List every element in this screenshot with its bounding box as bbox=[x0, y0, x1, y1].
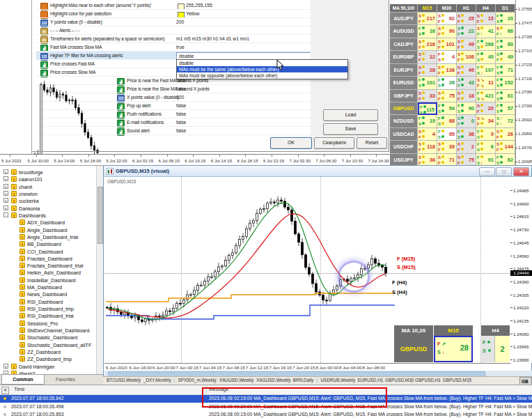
pair-label-GBPJPY[interactable]: GBPJPY bbox=[390, 90, 418, 102]
expand-icon[interactable]: + bbox=[3, 198, 8, 203]
dashboard-cell-CADJPY-M30[interactable]: SF101 bbox=[437, 38, 457, 51]
chart-price-axis[interactable]: 1.24440 1.249851.249001.248151.247301.24… bbox=[510, 177, 532, 363]
pair-label-EURGBP[interactable]: EURGBP bbox=[390, 51, 418, 63]
property-value[interactable]: false bbox=[176, 111, 186, 116]
minimize-button[interactable]: — bbox=[479, 167, 495, 176]
dashboard-cell-USDCHF-M15[interactable]: SF118 bbox=[418, 141, 437, 153]
pair-label-EURJPY[interactable]: EURJPY bbox=[390, 64, 418, 77]
dashboard-cell-CADJPY-M15[interactable]: SF216 bbox=[418, 38, 437, 51]
tab-favorites[interactable]: Favorites bbox=[45, 375, 86, 384]
chart-tab-btcusd-weekly[interactable]: BTCUSD,Weekly bbox=[107, 378, 141, 382]
dashboard-cell-EURJPY-H1[interactable]: SF49 bbox=[457, 64, 476, 77]
expand-icon[interactable]: + bbox=[3, 206, 8, 210]
log-column-time[interactable]: Time bbox=[14, 387, 24, 392]
property-value[interactable]: m1 m5 m15 m30 h1 h4 d1 w1 mn1 bbox=[176, 36, 249, 41]
chart-tab-gbpusd-m30[interactable]: GBPUSD,M30 bbox=[385, 378, 414, 382]
dashboard-cell-CADJPY-H1[interactable]: SF49 bbox=[457, 38, 476, 51]
log-row[interactable]: 2023.07.07 18:00:25.8532023.06.08 00:15:… bbox=[0, 411, 532, 418]
dashboard-cell-EURGBP-M15[interactable]: SF12 bbox=[418, 51, 437, 63]
dashboard-cell-USDCAD-H4[interactable]: FS9 bbox=[476, 128, 496, 141]
property-value[interactable]: 255,255,155 bbox=[186, 3, 212, 8]
property-value[interactable]: 200 bbox=[176, 20, 184, 24]
expand-icon[interactable]: + bbox=[3, 191, 8, 196]
dashboard-cell-NZDUSD-M15[interactable]: FS19 bbox=[418, 115, 437, 127]
dashboard-cell-AUDJPY-H1[interactable]: SF25 bbox=[457, 13, 476, 25]
pair-label-USDCHF[interactable]: USDCHF bbox=[390, 141, 418, 153]
dashboard-cell-USDCHF-H1[interactable]: SF2 bbox=[457, 141, 476, 153]
dashboard-cell-GBPUSD-D1[interactable]: FS57 bbox=[496, 102, 515, 115]
dashboard-cell-GBPUSD-M15[interactable]: FS115 bbox=[418, 102, 437, 115]
dashboard-cell-EURJPY-H4[interactable]: FS↓107 bbox=[476, 64, 496, 77]
dashboard-cell-EURGBP-D1[interactable]: SF49 bbox=[496, 51, 515, 63]
pair-label-AUDJPY[interactable]: AUDJPY bbox=[390, 13, 418, 25]
dashboard-cell-AUDUSD-D1[interactable]: SF↑66 bbox=[496, 25, 515, 38]
chart-tab-gbpusd-h1[interactable]: GBPUSD,H1 bbox=[415, 378, 441, 382]
dashboard-cell-NZDUSD-D1[interactable]: S↑F↑72 bbox=[496, 115, 515, 127]
dashboard-cell-USDCAD-D1[interactable]: SF26 bbox=[496, 128, 515, 141]
dropdown-option[interactable]: disable bbox=[177, 60, 347, 66]
dashboard-cell-AUDJPY-M30[interactable]: SF92 bbox=[437, 13, 457, 25]
tab-common[interactable]: Common bbox=[1, 375, 45, 385]
dashboard-cell-NZDUSD-M30[interactable]: FS88 bbox=[437, 115, 457, 127]
dashboard-cell-EURUSD-H4[interactable]: S↘F↘11 bbox=[476, 77, 496, 89]
dashboard-cell-GBPJPY-M30[interactable]: SF75 bbox=[437, 90, 457, 102]
property-value[interactable]: true bbox=[176, 45, 185, 49]
chart-tab-spx500-m-weekly[interactable]: SPX500_m,Weekly bbox=[178, 378, 217, 382]
dashboard-cell-EURUSD-M15[interactable]: FS101 bbox=[418, 77, 437, 89]
dashboard-cell-EURUSD-H1[interactable]: SF43 bbox=[457, 77, 476, 89]
dashboard-cell-AUDUSD-M15[interactable]: FS16 bbox=[418, 25, 437, 38]
chart-tab--dxy-monthly[interactable]: _DXY,Monthly bbox=[143, 378, 171, 382]
collapse-icon[interactable]: - bbox=[3, 212, 8, 217]
close-icon[interactable]: ✕ bbox=[1, 387, 9, 394]
dashboard-cell-USDCAD-H1[interactable]: FS36 bbox=[457, 128, 476, 141]
expand-icon[interactable]: + bbox=[3, 169, 8, 174]
dashboard-cell-AUDUSD-M30[interactable]: SF90 bbox=[437, 25, 457, 38]
chart-tab-xagusd-weekly[interactable]: XAGUSD,Weekly bbox=[256, 378, 291, 382]
dashboard-cell-NZDUSD-H1[interactable]: SF0 bbox=[457, 115, 476, 127]
ok-button[interactable]: OK bbox=[270, 137, 312, 149]
chart-plot-area[interactable]: GBPUSD,M15 F (M15) S (M15) F (H4) S (H4)… bbox=[104, 177, 511, 363]
dashboard-cell-GBPUSD-H1[interactable]: FS90 bbox=[457, 102, 476, 115]
dashboard-cell-EURJPY-M15[interactable]: SF28 bbox=[418, 64, 437, 77]
expand-icon[interactable]: + bbox=[3, 364, 8, 369]
dashboard-cell-EURJPY-D1[interactable]: FS71 bbox=[496, 64, 515, 77]
dashboard-cell-CADJPY-H4[interactable]: FS266 bbox=[476, 38, 496, 51]
dashboard-cell-AUDJPY-H4[interactable]: SF15 bbox=[476, 13, 496, 25]
property-value[interactable]: 100 bbox=[176, 95, 184, 100]
dashboard-cell-EURJPY-M30[interactable]: SF138 bbox=[437, 64, 457, 77]
property-value[interactable]: Yellow bbox=[186, 11, 199, 16]
property-value[interactable]: false bbox=[176, 86, 186, 91]
dashboard-cell-USDCHF-H4[interactable]: FS6 bbox=[476, 141, 496, 153]
pair-label-EURUSD[interactable]: EURUSD bbox=[390, 77, 418, 89]
property-value[interactable]: false bbox=[176, 120, 186, 125]
dashboard-cell-EURUSD-D1[interactable]: FS152 bbox=[496, 77, 515, 89]
reset-button[interactable]: Reset bbox=[357, 137, 387, 149]
dashboard-cell-GBPJPY-H4[interactable]: FS↘421 bbox=[476, 90, 496, 102]
close-button[interactable]: ✕ bbox=[513, 167, 529, 176]
dashboard-cell-AUDJPY-M15[interactable]: SF217 bbox=[418, 13, 437, 25]
dashboard-cell-USDCHF-D1[interactable]: SF144 bbox=[496, 141, 515, 153]
chart-horizontal-scrollbar[interactable] bbox=[104, 371, 532, 376]
navigator-scrollbar[interactable] bbox=[96, 166, 103, 375]
pair-label-CADJPY[interactable]: CADJPY bbox=[390, 38, 418, 51]
dashboard-cell-AUDJPY-D1[interactable]: FS20 bbox=[496, 13, 515, 25]
dashboard-cell-USDCAD-M15[interactable]: SF4 bbox=[418, 128, 437, 141]
pair-label-NZDUSD[interactable]: NZDUSD bbox=[390, 115, 418, 127]
chart-tab-usdrub-weekly[interactable]: USDRUB,Weekly bbox=[321, 378, 356, 382]
pair-label-GBPUSD[interactable]: GBPUSD bbox=[390, 102, 418, 115]
dashboard-cell-EURUSD-M30[interactable]: FS26 bbox=[437, 77, 457, 89]
dropdown-option[interactable]: MAs must be opposite (above/below each o… bbox=[177, 72, 347, 79]
chart-tab-eurusd-h1[interactable]: EURUSD,H1 bbox=[357, 378, 383, 382]
dashboard-cell-GBPUSD-H4[interactable]: SF20 bbox=[476, 102, 496, 115]
dashboard-cell-USDCHF-M30[interactable]: SF39 bbox=[437, 141, 457, 153]
property-value[interactable]: false bbox=[176, 103, 186, 108]
restore-button[interactable]: ▢ bbox=[496, 167, 512, 176]
dashboard-cell-GBPJPY-H1[interactable]: SF18 bbox=[457, 90, 476, 102]
save-button[interactable]: Save bbox=[323, 123, 378, 135]
dashboard-cell-GBPUSD-M30[interactable]: FS54 bbox=[437, 102, 457, 115]
expand-icon[interactable]: + bbox=[3, 184, 8, 189]
dashboard-cell-EURGBP-M30[interactable]: FS4 bbox=[437, 51, 457, 63]
chart-tab-xauusd-weekly[interactable]: XAUUSD,Weekly bbox=[219, 378, 253, 382]
dashboard-cell-USDCAD-M30[interactable]: FS95 bbox=[437, 128, 457, 141]
chart-window-titlebar[interactable]: GBPUSD,M15 (visual) — ▢ ✕ bbox=[104, 166, 531, 177]
